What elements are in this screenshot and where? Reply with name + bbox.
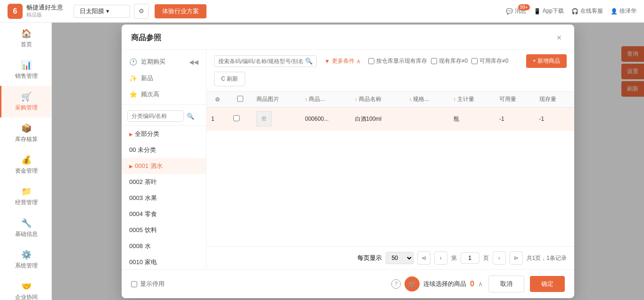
check-stock-input[interactable] <box>431 58 437 64</box>
sidebar-item-purchase-label: 采购管理 <box>15 104 38 112</box>
home-icon: 🏠 <box>21 28 32 39</box>
filter-button[interactable]: ▼ 更多条件 ∧ <box>321 55 364 67</box>
page-next-button[interactable]: › <box>493 251 506 265</box>
cat-0001[interactable]: ▶ 0001 酒水 <box>122 158 206 174</box>
th-spec[interactable]: ↕ 规格... <box>405 92 449 108</box>
cat-0008[interactable]: 0008 水 <box>122 238 206 254</box>
show-disabled-text: 显示停用 <box>140 280 165 288</box>
sidebar-item-system[interactable]: ⚙️ 系统管理 <box>0 244 51 275</box>
cat-0005[interactable]: 0005 饮料 <box>122 222 206 238</box>
table-row[interactable]: 1 图 <box>206 108 574 131</box>
category-search-icon[interactable]: 🔍 <box>187 113 194 120</box>
check-available-input[interactable] <box>471 58 478 64</box>
check-stock-label[interactable]: 现有库存≠0 <box>431 57 468 65</box>
check-available-text: 可用库存≠0 <box>479 57 508 65</box>
show-disabled-label[interactable]: 显示停用 <box>131 280 165 288</box>
nav-right: 💬 消息 99+ 📱 App下载 🎧 在线客服 👤 徐泽华 <box>506 7 636 15</box>
cart-collapse-icon[interactable]: ∧ <box>478 280 483 288</box>
cat-all[interactable]: ▶ 全部分类 <box>122 126 206 142</box>
th-name[interactable]: ↕ 商品名称 <box>350 92 405 108</box>
filter-label: 更多条件 <box>332 57 355 65</box>
refresh-button[interactable]: C 刷新 <box>214 72 245 86</box>
category-search-input[interactable] <box>127 110 184 122</box>
th-code[interactable]: ↕ 商品... <box>300 92 350 108</box>
cat-0004[interactable]: 0004 零食 <box>122 206 206 222</box>
confirm-button[interactable]: 确定 <box>530 276 565 292</box>
system-icon: ⚙️ <box>21 250 32 260</box>
add-product-button[interactable]: + 新增商品 <box>526 54 567 68</box>
product-search-icon[interactable]: 🔍 <box>305 58 313 65</box>
cat-0010[interactable]: 0010 家电 <box>122 254 206 266</box>
cart-icon[interactable]: 🛒 <box>405 276 420 292</box>
sidebar-item-finance[interactable]: 💰 资金管理 <box>0 149 51 181</box>
th-stock: 现存量 <box>535 92 575 108</box>
td-checkbox[interactable] <box>229 108 252 131</box>
page-number-input[interactable] <box>461 252 479 264</box>
modal-left-new[interactable]: ✨ 新品 <box>122 70 206 86</box>
cat-0002-label: 0002 茶叶 <box>129 178 157 186</box>
product-search-input[interactable] <box>218 58 303 65</box>
sidebar-item-home[interactable]: 🏠 首页 <box>0 23 51 54</box>
settings-col-icon[interactable]: ⚙ <box>211 96 224 103</box>
td-image: 图 <box>252 108 300 131</box>
th-image: 商品图片 <box>252 92 300 108</box>
sidebar-item-basic-label: 基础信息 <box>15 230 38 238</box>
sidebar-item-enterprise[interactable]: 🤝 企业协同 <box>0 275 51 300</box>
page-size-select[interactable]: 10 20 50 100 <box>386 252 413 264</box>
recent-icon: 🕐 <box>129 58 137 66</box>
show-disabled-checkbox[interactable] <box>131 281 137 287</box>
filter-arrow: ∧ <box>356 58 361 65</box>
row-checkbox[interactable] <box>233 115 239 121</box>
page-last-button[interactable]: ⊳ <box>510 251 523 265</box>
filter-icon: ▼ <box>324 58 330 65</box>
new-icon: ✨ <box>129 75 137 82</box>
main-area: 查询 设置 刷新 商品参照 × 🕐 <box>52 23 644 300</box>
logo-text-group: 畅捷通好生意 精品版 <box>26 4 63 19</box>
cat-0002[interactable]: 0002 茶叶 <box>122 174 206 190</box>
online-service-label: 在线客服 <box>580 7 603 15</box>
trial-button[interactable]: 体验行业方案 <box>155 4 206 18</box>
nav-selector-label: 日太阳膜 <box>80 7 104 16</box>
sidebar-item-inventory[interactable]: 📦 库存核算 <box>0 117 51 149</box>
sidebar-item-basic[interactable]: 🔧 基础信息 <box>0 212 51 244</box>
messages-item[interactable]: 💬 消息 99+ <box>506 7 526 15</box>
check-available-label[interactable]: 可用库存≠0 <box>471 57 508 65</box>
page-first-button[interactable]: ⊲ <box>417 251 430 265</box>
table-body: 1 图 <box>206 108 574 131</box>
td-code: 000600... <box>300 108 350 131</box>
cat-00[interactable]: 00 未分类 <box>122 142 206 158</box>
cat-0003-label: 0003 水果 <box>129 194 157 202</box>
modal-left-recent[interactable]: 🕐 近期购买 ◀◀ <box>122 53 206 70</box>
user-item[interactable]: 👤 徐泽华 <box>611 7 636 15</box>
collapse-icon[interactable]: ◀◀ <box>189 57 198 67</box>
online-service-item[interactable]: 🎧 在线客服 <box>571 7 603 15</box>
sidebar-item-finance-label: 资金管理 <box>15 167 38 175</box>
modal-close-button[interactable]: × <box>553 32 565 43</box>
check-warehouse-label[interactable]: 按仓库显示现有库存 <box>368 57 427 65</box>
modal: 商品参照 × 🕐 近期购买 ◀◀ ✨ <box>122 25 574 298</box>
help-icon[interactable]: ? <box>391 279 401 289</box>
sidebar-item-sales[interactable]: 📊 销售管理 <box>0 54 51 86</box>
sidebar-item-home-label: 首页 <box>21 41 32 49</box>
th-unit[interactable]: ↕ 主计量 <box>449 92 495 108</box>
app-download-item[interactable]: 📱 App下载 <box>534 7 564 15</box>
cart-area: ? 🛒 连续选择的商品 0 ∧ <box>391 276 483 292</box>
nav-selector[interactable]: 日太阳膜 ▾ <box>74 5 130 18</box>
headset-icon: 🎧 <box>571 8 578 15</box>
select-all-checkbox[interactable] <box>237 96 243 102</box>
td-spec <box>405 108 449 131</box>
logo-icon: 6 <box>8 4 23 19</box>
check-warehouse-input[interactable] <box>368 58 374 64</box>
check-warehouse-text: 按仓库显示现有库存 <box>376 57 427 65</box>
page-prev-button[interactable]: ‹ <box>434 251 447 265</box>
modal-left-frequent[interactable]: ⭐ 频次高 <box>122 86 206 102</box>
product-image-placeholder: 图 <box>262 116 266 122</box>
cat-0003[interactable]: 0003 水果 <box>122 190 206 206</box>
cancel-button[interactable]: 取消 <box>488 275 524 292</box>
new-label: 新品 <box>141 74 153 83</box>
sidebar-item-purchase[interactable]: 🛒 采购管理 <box>0 86 51 117</box>
gear-button[interactable]: ⚙ <box>134 4 149 19</box>
sidebar-item-business-label: 经营管理 <box>15 199 38 207</box>
sidebar-item-business[interactable]: 📁 经营管理 <box>0 181 51 212</box>
user-name: 徐泽华 <box>619 7 636 15</box>
